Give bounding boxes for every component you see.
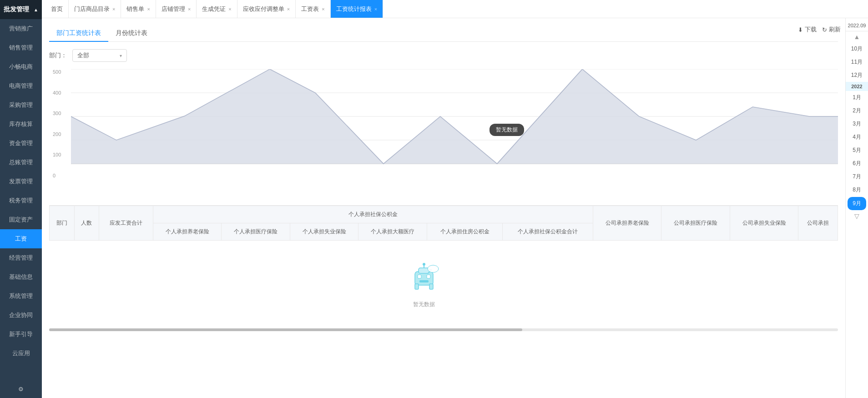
sidebar-header[interactable]: 批发管理 ▲ (0, 0, 42, 19)
month-12[interactable]: 12月 (846, 69, 868, 82)
sidebar-item-0[interactable]: 营销推广 (0, 19, 42, 38)
month-6[interactable]: 6月 (846, 157, 868, 170)
sub-tab-department[interactable]: 部门工资统计表 (49, 25, 108, 42)
th-company-pension: 公司承担养老保险 (593, 206, 661, 241)
chart-area: 0 100 200 300 400 500 (49, 69, 838, 206)
tab-5[interactable]: 应收应付调整单× (237, 0, 296, 18)
sidebar-item-13[interactable]: 基础信息 (0, 267, 42, 287)
sidebar-item-17[interactable]: 云应用 (0, 344, 42, 363)
sidebar-item-5[interactable]: 库存核算 (0, 115, 42, 134)
sidebar-item-12[interactable]: 经营管理 (0, 248, 42, 267)
sidebar-item-1[interactable]: 销售管理 (0, 38, 42, 57)
tab-3[interactable]: 店铺管理× (156, 0, 197, 18)
sidebar-item-16[interactable]: 新手引导 (0, 325, 42, 344)
chart-tooltip: 暂无数据 (490, 124, 524, 136)
th-total-wage: 应发工资合计 (99, 206, 153, 241)
main-area: 首页门店商品目录×销售单×店铺管理×生成凭证×应收应付调整单×工资表×工资统计报… (42, 0, 868, 398)
month-2[interactable]: 2月 (846, 104, 868, 117)
sidebar-item-14[interactable]: 系统管理 (0, 287, 42, 306)
date-panel-header: 2022.09 (846, 20, 868, 31)
tab-1[interactable]: 门店商品目录× (69, 0, 121, 18)
th-personal-total: 个人承担社保公积金合计 (503, 223, 593, 241)
month-11[interactable]: 11月 (846, 55, 868, 69)
settings-button[interactable]: ⚙ (0, 380, 42, 398)
month-5[interactable]: 5月 (846, 144, 868, 157)
tab-4[interactable]: 生成凭证× (197, 0, 237, 18)
sidebar-item-8[interactable]: 发票管理 (0, 172, 42, 191)
scrollbar-thumb[interactable] (49, 328, 522, 331)
page-actions: ⬇ 下载 ↻ 刷新 (798, 25, 841, 34)
tab-close-6[interactable]: × (322, 6, 324, 12)
sidebar-item-4[interactable]: 采购管理 (0, 96, 42, 115)
th-personal-group: 个人承担社保公积金 (153, 206, 593, 223)
settings-icon: ⚙ (18, 386, 24, 393)
sidebar-item-6[interactable]: 资金管理 (0, 134, 42, 153)
sidebar-title: 批发管理 (4, 5, 29, 14)
month-4[interactable]: 4月 (846, 131, 868, 144)
sidebar-item-15[interactable]: 企业协同 (0, 306, 42, 325)
y-label-500: 500 (53, 69, 61, 75)
y-label-400: 400 (53, 90, 61, 96)
date-panel: 2022.09 ▲ 10月 11月 12月 2022 1月 2月 3月 4月 5… (845, 18, 868, 398)
date-nav-up[interactable]: ▲ (846, 31, 868, 42)
tab-close-1[interactable]: × (112, 6, 115, 12)
year-2022: 2022 (846, 82, 868, 91)
download-button[interactable]: ⬇ 下载 (798, 25, 817, 34)
svg-rect-11 (418, 275, 421, 278)
tab-close-5[interactable]: × (287, 6, 290, 12)
sidebar-item-11[interactable]: 工资 (0, 229, 42, 248)
data-table: 部门 人数 应发工资合计 个人承担社保公积金 公司承担养老保险 公司承担医疗保险… (49, 206, 838, 327)
th-company-other: 公司承担 (798, 206, 838, 241)
y-axis: 0 100 200 300 400 500 (53, 69, 61, 178)
sidebar-item-7[interactable]: 总账管理 (0, 153, 42, 172)
month-9-active[interactable]: 9月 (848, 197, 866, 210)
tab-7[interactable]: 工资统计报表× (331, 0, 383, 18)
tab-close-3[interactable]: × (188, 6, 191, 12)
th-personal-major-medical: 个人承担大额医疗 (358, 223, 427, 241)
tab-6[interactable]: 工资表× (296, 0, 330, 18)
month-7[interactable]: 7月 (846, 170, 868, 183)
th-personal-medical: 个人承担医疗保险 (222, 223, 290, 241)
svg-rect-12 (427, 275, 430, 278)
sub-tab-month[interactable]: 月份统计表 (108, 25, 155, 42)
sidebar-item-2[interactable]: 小畅电商 (0, 57, 42, 76)
y-label-300: 300 (53, 111, 61, 116)
sidebar: 批发管理 ▲ 营销推广销售管理小畅电商电商管理采购管理库存核算资金管理总账管理发… (0, 0, 42, 398)
content-area: ⬇ 下载 ↻ 刷新 部门工资统计表 月份统计表 部门： 全部 ▾ (42, 18, 868, 398)
department-label: 部门： (49, 51, 67, 60)
tab-2[interactable]: 销售单× (121, 0, 156, 18)
tab-close-4[interactable]: × (228, 6, 231, 12)
empty-text: 暂无数据 (413, 301, 435, 308)
sidebar-item-3[interactable]: 电商管理 (0, 76, 42, 96)
month-8[interactable]: 8月 (846, 183, 868, 196)
svg-rect-14 (415, 284, 419, 289)
svg-rect-15 (429, 284, 433, 289)
tab-0[interactable]: 首页 (45, 0, 69, 18)
sidebar-items: 营销推广销售管理小畅电商电商管理采购管理库存核算资金管理总账管理发票管理税务管理… (0, 19, 42, 363)
department-select[interactable]: 全部 ▾ (72, 49, 127, 62)
sidebar-item-10[interactable]: 固定资产 (0, 210, 42, 229)
table-wrapper: 部门 人数 应发工资合计 个人承担社保公积金 公司承担养老保险 公司承担医疗保险… (49, 206, 838, 327)
download-icon: ⬇ (798, 26, 803, 33)
th-company-unemploy: 公司承担失业保险 (730, 206, 798, 241)
refresh-button[interactable]: ↻ 刷新 (822, 25, 841, 34)
date-nav-down[interactable]: ▽ (846, 211, 868, 222)
month-3[interactable]: 3月 (846, 117, 868, 131)
th-company-medical: 公司承担医疗保险 (661, 206, 730, 241)
tab-close-2[interactable]: × (147, 6, 150, 12)
y-label-100: 100 (53, 152, 61, 157)
scrollbar-track[interactable] (49, 328, 838, 331)
tabs-container: 首页门店商品目录×销售单×店铺管理×生成凭证×应收应付调整单×工资表×工资统计报… (45, 0, 383, 18)
svg-text:...: ... (429, 267, 432, 271)
th-personal-pension: 个人承担养老保险 (153, 223, 222, 241)
empty-icon: ... (406, 259, 442, 295)
sidebar-item-9[interactable]: 税务管理 (0, 191, 42, 210)
th-personal-unemploy: 个人承担失业保险 (290, 223, 358, 241)
tab-close-7[interactable]: × (374, 6, 377, 12)
month-10[interactable]: 10月 (846, 42, 868, 55)
refresh-label: 刷新 (829, 25, 841, 34)
th-department: 部门 (50, 206, 75, 241)
empty-state: ... 暂无数据 (50, 241, 798, 327)
th-count: 人数 (74, 206, 99, 241)
month-1[interactable]: 1月 (846, 91, 868, 104)
